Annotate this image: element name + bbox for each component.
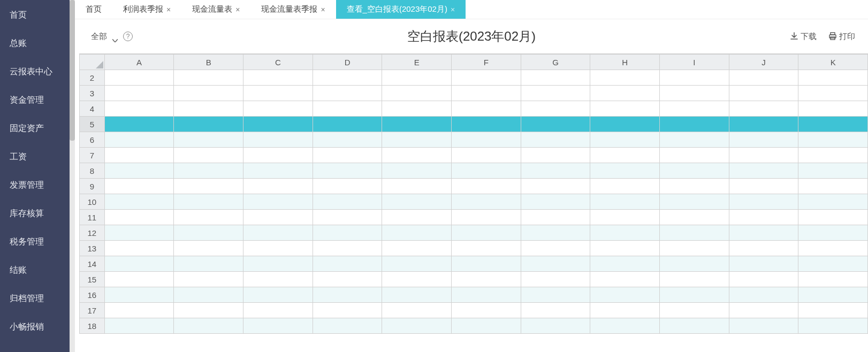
cell-D11[interactable]: [313, 210, 382, 225]
row-header-15[interactable]: 15: [80, 272, 105, 287]
cell-B2[interactable]: [174, 70, 243, 86]
cell-C7[interactable]: [243, 148, 313, 163]
cell-C9[interactable]: [243, 179, 313, 194]
print-button[interactable]: 打印: [828, 32, 855, 42]
cell-J17[interactable]: [729, 303, 798, 318]
cell-J16[interactable]: [729, 287, 798, 303]
cell-J15[interactable]: [729, 272, 798, 287]
cell-C18[interactable]: [243, 318, 313, 334]
cell-D6[interactable]: [313, 132, 382, 148]
cell-I12[interactable]: [660, 225, 729, 241]
column-header-J[interactable]: J: [729, 55, 798, 70]
cell-B7[interactable]: [174, 148, 243, 163]
cell-B9[interactable]: [174, 179, 243, 194]
cell-F5[interactable]: [452, 117, 521, 132]
cell-I11[interactable]: [660, 210, 729, 225]
cell-B5[interactable]: [174, 117, 243, 132]
cell-E15[interactable]: [382, 272, 452, 287]
cell-B16[interactable]: [174, 287, 243, 303]
cell-E17[interactable]: [382, 303, 452, 318]
tab-0[interactable]: 首页: [75, 0, 112, 19]
cell-E5[interactable]: [382, 117, 452, 132]
cell-J7[interactable]: [729, 148, 798, 163]
sidebar-item-10[interactable]: 归档管理: [0, 285, 70, 313]
row-header-13[interactable]: 13: [80, 241, 105, 256]
sidebar-item-2[interactable]: 云报表中心: [0, 58, 70, 86]
cell-F11[interactable]: [452, 210, 521, 225]
cell-A8[interactable]: [104, 163, 174, 179]
cell-G12[interactable]: [521, 225, 590, 241]
cell-A2[interactable]: [104, 70, 174, 86]
column-header-E[interactable]: E: [382, 55, 452, 70]
cell-K9[interactable]: [798, 179, 868, 194]
row-header-18[interactable]: 18: [80, 318, 105, 334]
sidebar-scrollbar[interactable]: [70, 0, 75, 352]
column-header-B[interactable]: B: [174, 55, 243, 70]
cell-K8[interactable]: [798, 163, 868, 179]
cell-I15[interactable]: [660, 272, 729, 287]
cell-F9[interactable]: [452, 179, 521, 194]
cell-K11[interactable]: [798, 210, 868, 225]
column-header-C[interactable]: C: [243, 55, 313, 70]
cell-G10[interactable]: [521, 194, 590, 210]
cell-F10[interactable]: [452, 194, 521, 210]
cell-K6[interactable]: [798, 132, 868, 148]
cell-B11[interactable]: [174, 210, 243, 225]
cell-A11[interactable]: [104, 210, 174, 225]
cell-H4[interactable]: [590, 101, 660, 117]
cell-I3[interactable]: [660, 86, 729, 101]
row-header-14[interactable]: 14: [80, 256, 105, 272]
cell-A4[interactable]: [104, 101, 174, 117]
column-header-G[interactable]: G: [521, 55, 590, 70]
cell-I17[interactable]: [660, 303, 729, 318]
cell-H9[interactable]: [590, 179, 660, 194]
cell-E18[interactable]: [382, 318, 452, 334]
cell-A3[interactable]: [104, 86, 174, 101]
cell-G7[interactable]: [521, 148, 590, 163]
cell-E2[interactable]: [382, 70, 452, 86]
cell-E11[interactable]: [382, 210, 452, 225]
row-header-7[interactable]: 7: [80, 148, 105, 163]
cell-D13[interactable]: [313, 241, 382, 256]
row-header-12[interactable]: 12: [80, 225, 105, 241]
cell-H16[interactable]: [590, 287, 660, 303]
cell-A12[interactable]: [104, 225, 174, 241]
cell-B17[interactable]: [174, 303, 243, 318]
cell-G14[interactable]: [521, 256, 590, 272]
tab-4[interactable]: 查看_空白报表(2023年02月)×: [336, 0, 466, 19]
cell-A6[interactable]: [104, 132, 174, 148]
cell-G4[interactable]: [521, 101, 590, 117]
row-header-4[interactable]: 4: [80, 101, 105, 117]
cell-F4[interactable]: [452, 101, 521, 117]
cell-I2[interactable]: [660, 70, 729, 86]
cell-A9[interactable]: [104, 179, 174, 194]
cell-K10[interactable]: [798, 194, 868, 210]
sidebar-item-8[interactable]: 税务管理: [0, 228, 70, 256]
cell-F15[interactable]: [452, 272, 521, 287]
column-header-A[interactable]: A: [104, 55, 174, 70]
cell-J2[interactable]: [729, 70, 798, 86]
row-header-5[interactable]: 5: [80, 117, 105, 132]
cell-D15[interactable]: [313, 272, 382, 287]
cell-K15[interactable]: [798, 272, 868, 287]
row-header-11[interactable]: 11: [80, 210, 105, 225]
cell-I18[interactable]: [660, 318, 729, 334]
cell-E6[interactable]: [382, 132, 452, 148]
cell-D17[interactable]: [313, 303, 382, 318]
cell-H3[interactable]: [590, 86, 660, 101]
sidebar-item-1[interactable]: 总账: [0, 29, 70, 58]
cell-K7[interactable]: [798, 148, 868, 163]
column-header-H[interactable]: H: [590, 55, 660, 70]
cell-B12[interactable]: [174, 225, 243, 241]
cell-K3[interactable]: [798, 86, 868, 101]
column-header-I[interactable]: I: [660, 55, 729, 70]
cell-C5[interactable]: [243, 117, 313, 132]
sidebar-item-0[interactable]: 首页: [0, 1, 70, 29]
cell-I6[interactable]: [660, 132, 729, 148]
tab-3[interactable]: 现金流量表季报×: [250, 0, 336, 19]
cell-D8[interactable]: [313, 163, 382, 179]
cell-F14[interactable]: [452, 256, 521, 272]
cell-F2[interactable]: [452, 70, 521, 86]
cell-D10[interactable]: [313, 194, 382, 210]
cell-A16[interactable]: [104, 287, 174, 303]
